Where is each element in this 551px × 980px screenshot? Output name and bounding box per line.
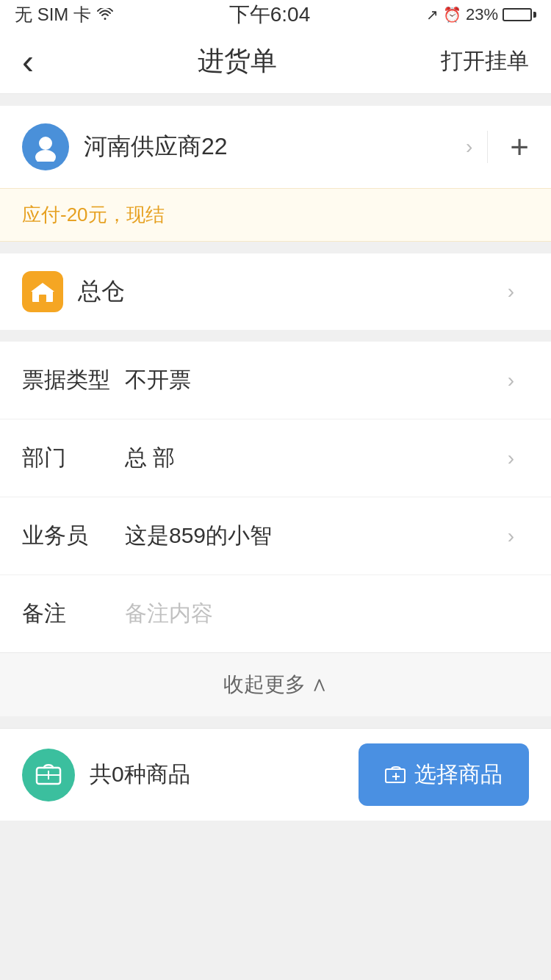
supplier-avatar <box>22 123 69 170</box>
notice-text: 应付-20元，现结 <box>22 203 165 226</box>
department-label: 部门 <box>22 443 125 473</box>
form-row-department[interactable]: 部门 总 部 › <box>0 419 551 497</box>
battery-icon <box>503 8 536 21</box>
supplier-row[interactable]: 河南供应商22 › + <box>0 106 551 188</box>
form-section: 票据类型 不开票 › 部门 总 部 › 业务员 这是859的小智 › 备注 备注… <box>0 342 551 716</box>
salesperson-value: 这是859的小智 <box>125 521 508 551</box>
svg-marker-3 <box>31 283 54 292</box>
status-right: ↗ ⏰ 23% <box>426 5 536 24</box>
section-gap-2 <box>0 242 551 253</box>
remark-placeholder[interactable]: 备注内容 <box>125 599 529 629</box>
svg-point-0 <box>39 137 52 150</box>
warehouse-icon <box>22 271 63 312</box>
section-gap-1 <box>0 94 551 106</box>
warehouse-name: 总仓 <box>78 275 508 308</box>
vertical-divider <box>487 131 488 163</box>
salesperson-chevron-icon: › <box>508 525 514 548</box>
add-supplier-button[interactable]: + <box>510 131 529 163</box>
salesperson-label: 业务员 <box>22 521 125 551</box>
select-goods-button[interactable]: 选择商品 <box>359 743 529 806</box>
warehouse-section: 总仓 › <box>0 253 551 330</box>
collapse-label: 收起更多 ∧ <box>223 673 328 696</box>
carrier-label: 无 SIM 卡 <box>15 3 91 26</box>
location-icon: ↗ <box>426 6 439 24</box>
battery-pct: 23% <box>466 5 498 24</box>
notice-bar: 应付-20元，现结 <box>0 188 551 242</box>
status-bar: 无 SIM 卡 下午6:04 ↗ ⏰ 23% <box>0 0 551 29</box>
status-time: 下午6:04 <box>229 1 311 29</box>
content: 河南供应商22 › + 应付-20元，现结 总仓 › <box>0 94 551 980</box>
product-count: 共0种商品 <box>90 760 359 790</box>
page-bg <box>0 821 551 980</box>
form-row-salesperson[interactable]: 业务员 这是859的小智 › <box>0 497 551 574</box>
wifi-icon <box>97 5 113 24</box>
svg-rect-4 <box>39 295 46 302</box>
supplier-chevron-icon: › <box>466 135 472 159</box>
nav-bar: ‹ 进货单 打开挂单 <box>0 29 551 94</box>
collapse-bar[interactable]: 收起更多 ∧ <box>0 652 551 716</box>
nav-title: 进货单 <box>198 43 277 79</box>
invoice-value: 不开票 <box>125 365 508 395</box>
open-pending-button[interactable]: 打开挂单 <box>441 46 529 76</box>
department-chevron-icon: › <box>508 447 514 470</box>
product-bar: 共0种商品 选择商品 <box>0 728 551 821</box>
back-button[interactable]: ‹ <box>22 41 34 82</box>
form-row-remark[interactable]: 备注 备注内容 <box>0 574 551 652</box>
warehouse-row[interactable]: 总仓 › <box>0 253 551 330</box>
svg-point-1 <box>35 150 56 162</box>
remark-label: 备注 <box>22 599 125 629</box>
warehouse-chevron-icon: › <box>508 280 514 303</box>
form-row-invoice[interactable]: 票据类型 不开票 › <box>0 342 551 419</box>
product-icon <box>22 749 75 801</box>
department-value: 总 部 <box>125 443 508 473</box>
supplier-name: 河南供应商22 <box>84 131 466 163</box>
invoice-chevron-icon: › <box>508 369 514 392</box>
supplier-section: 河南供应商22 › + 应付-20元，现结 <box>0 106 551 242</box>
invoice-label: 票据类型 <box>22 365 125 395</box>
select-goods-label: 选择商品 <box>414 760 503 790</box>
section-gap-3 <box>0 330 551 342</box>
alarm-icon: ⏰ <box>443 6 461 24</box>
status-left: 无 SIM 卡 <box>15 3 113 26</box>
